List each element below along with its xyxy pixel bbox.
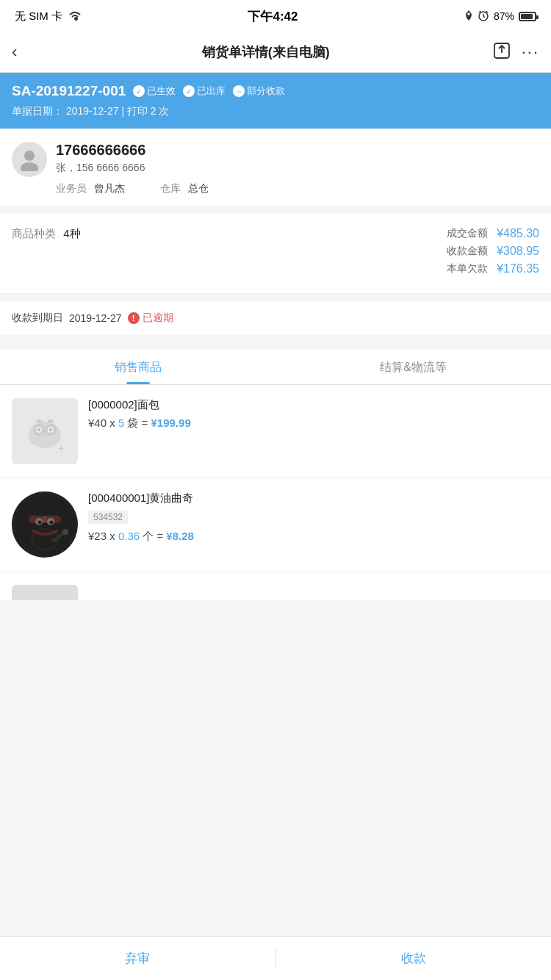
amount-value: ¥485.30 (497, 227, 539, 240)
wifi-icon (68, 10, 82, 23)
product-price-1: ¥40 x 5 袋 = ¥199.99 (88, 417, 539, 430)
warehouse-field: 仓库 总仓 (160, 182, 209, 195)
overdue-date: 2019-12-27 (69, 312, 122, 324)
status-bar: 无 SIM 卡 下午4:42 87% (0, 0, 551, 32)
customer-section: 17666666666 张，156 6666 6666 业务员 曾凡杰 仓库 总… (0, 129, 551, 206)
battery-icon (519, 12, 536, 21)
page-title: 销货单详情(来自电脑) (38, 43, 494, 61)
nav-bar: ‹ 销货单详情(来自电脑) ··· (0, 32, 551, 73)
customer-meta: 业务员 曾凡杰 仓库 总仓 (56, 182, 539, 195)
salesman-label: 业务员 (56, 182, 87, 194)
divider-2 (0, 294, 551, 301)
svg-text:+: + (58, 442, 64, 453)
svg-point-28 (62, 529, 68, 535)
stats-section: 商品种类 4种 成交金额 ¥485.30 收款金额 ¥308.95 本单欠款 ¥… (0, 214, 551, 294)
customer-avatar (12, 142, 47, 177)
product-total-2: ¥8.28 (166, 530, 194, 542)
bottom-bar: 弃审 收款 (0, 936, 551, 980)
status-left: 无 SIM 卡 (15, 10, 82, 24)
product-total-1: ¥199.99 (151, 417, 191, 429)
reject-button[interactable]: 弃审 (0, 937, 276, 980)
divider-3 (0, 335, 551, 342)
collect-button[interactable]: 收款 (276, 937, 552, 980)
product-price-2: ¥23 x 0.36 个 = ¥8.28 (88, 530, 539, 544)
list-item: + [0000002]面包 ¥40 x 5 袋 = ¥199.99 (0, 385, 551, 478)
product-sku-2: 534532 (88, 511, 128, 524)
product-name-1: [0000002]面包 (88, 398, 539, 412)
warehouse-value: 总仓 (188, 182, 209, 194)
salesman-value: 曾凡杰 (94, 182, 125, 194)
overdue-text: 已逾期 (143, 311, 173, 325)
list-item (0, 572, 551, 601)
battery-percentage: 87% (494, 10, 514, 22)
product-qty-2: 0.36 (118, 530, 140, 542)
customer-info: 17666666666 张，156 6666 6666 业务员 曾凡杰 仓库 总… (56, 142, 539, 195)
debt-label: 本单欠款 (447, 262, 488, 275)
svg-point-9 (21, 162, 38, 171)
badge-shipped: ✓ 已出库 (183, 84, 226, 98)
share-button[interactable] (494, 43, 510, 62)
stats-debt-line: 本单欠款 ¥176.35 (447, 262, 539, 275)
svg-point-24 (38, 521, 42, 525)
customer-name: 张，156 6666 6666 (56, 162, 539, 175)
svg-line-3 (483, 16, 485, 18)
order-banner: SA-20191227-001 ✓ 已生效 ✓ 已出库 ○ 部分收款 单据日期：… (0, 73, 551, 129)
collected-label: 收款金额 (447, 245, 488, 258)
tab-settlement[interactable]: 结算&物流等 (276, 350, 551, 384)
check-icon-1: ✓ (133, 85, 145, 97)
overdue-icon: ! (128, 312, 140, 324)
tabs-bar: 销售商品 结算&物流等 (0, 350, 551, 385)
stats-collected-line: 收款金额 ¥308.95 (447, 245, 539, 258)
category-label: 商品种类 (12, 227, 56, 239)
more-button[interactable]: ··· (522, 43, 539, 62)
svg-point-8 (24, 151, 35, 161)
product-image-2: 忍 (12, 491, 78, 558)
warehouse-label: 仓库 (160, 182, 181, 194)
nav-actions: ··· (494, 43, 539, 62)
order-banner-top: SA-20191227-001 ✓ 已生效 ✓ 已出库 ○ 部分收款 (12, 83, 539, 99)
status-right: 87% (464, 10, 536, 24)
back-button[interactable]: ‹ (12, 43, 38, 62)
debt-value: ¥176.35 (497, 262, 539, 275)
product-qty-1: 5 (118, 417, 124, 429)
stats-right: 成交金额 ¥485.30 收款金额 ¥308.95 本单欠款 ¥176.35 (447, 227, 539, 280)
product-image-3 (12, 585, 78, 601)
order-badges: ✓ 已生效 ✓ 已出库 ○ 部分收款 (133, 84, 285, 98)
svg-point-25 (50, 521, 54, 525)
carrier-text: 无 SIM 卡 (15, 10, 62, 24)
alarm-icon (478, 10, 489, 24)
stats-amount-line: 成交金额 ¥485.30 (447, 227, 539, 240)
stats-left: 商品种类 4种 (12, 227, 81, 241)
order-id: SA-20191227-001 (12, 83, 126, 99)
amount-label: 成交金额 (447, 227, 488, 240)
badge-partial-payment: ○ 部分收款 (233, 84, 285, 98)
salesman-field: 业务员 曾凡杰 (56, 182, 125, 195)
category-count: 4种 (63, 227, 80, 239)
stats-row: 商品种类 4种 成交金额 ¥485.30 收款金额 ¥308.95 本单欠款 ¥… (12, 227, 539, 280)
svg-point-15 (37, 428, 40, 431)
order-banner-sub: 单据日期： 2019-12-27 | 打印 2 次 (12, 105, 539, 118)
tab-sales-products[interactable]: 销售商品 (0, 350, 276, 384)
clock-icon: ○ (233, 85, 245, 97)
svg-point-16 (49, 428, 52, 431)
product-info-2: [000400001]黄油曲奇 534532 ¥23 x 0.36 个 = ¥8… (88, 491, 539, 544)
check-icon-2: ✓ (183, 85, 195, 97)
badge-effective: ✓ 已生效 (133, 84, 176, 98)
collected-value: ¥308.95 (497, 245, 539, 258)
overdue-section: 收款到期日 2019-12-27 ! 已逾期 (0, 301, 551, 335)
divider-1 (0, 206, 551, 214)
product-name-2: [000400001]黄油曲奇 (88, 491, 539, 505)
overdue-label: 收款到期日 (12, 311, 63, 325)
status-time: 下午4:42 (248, 8, 298, 25)
location-icon (464, 10, 473, 23)
product-list: + [0000002]面包 ¥40 x 5 袋 = ¥199.99 忍 (0, 385, 551, 601)
customer-phone: 17666666666 (56, 142, 539, 159)
svg-point-0 (467, 12, 470, 15)
list-item: 忍 [000400001]黄油曲奇 534532 ¥23 x (0, 478, 551, 572)
product-info-1: [0000002]面包 ¥40 x 5 袋 = ¥199.99 (88, 398, 539, 430)
overdue-badge: ! 已逾期 (128, 311, 173, 325)
product-image-1: + (12, 398, 78, 464)
